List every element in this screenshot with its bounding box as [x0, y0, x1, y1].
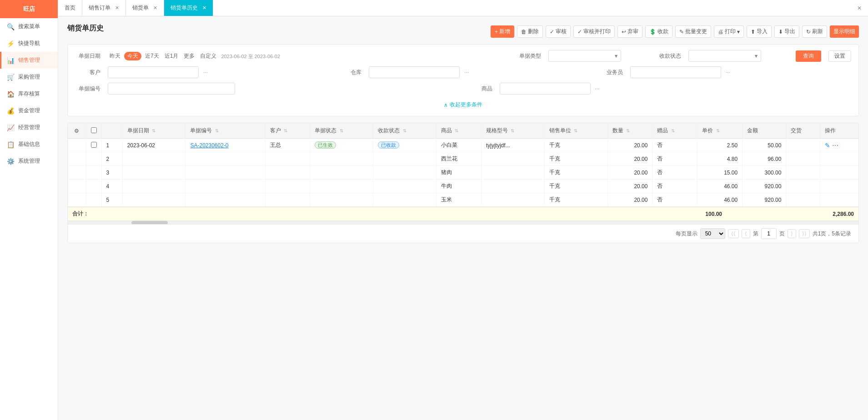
add-button[interactable]: + 新增 [491, 25, 514, 38]
select-all-checkbox[interactable] [91, 127, 97, 133]
collect-button[interactable]: 💲 收款 [645, 25, 672, 38]
col-doc-date: 单据日期 ⇅ [122, 123, 186, 139]
tab-sales-delivery-close[interactable]: ✕ [153, 5, 157, 11]
pay-status-badge: 已收款 [378, 141, 399, 149]
settings-button[interactable]: 设置 [828, 50, 851, 62]
sidebar-item-inventory[interactable]: 🏠 库存核算 [0, 85, 58, 102]
row-price-0: 2.50 [697, 139, 743, 152]
sort-pay-status-icon[interactable]: ⇅ [403, 128, 406, 133]
audit-button[interactable]: ✓ 审核 [546, 25, 571, 38]
doc-no-input[interactable] [108, 83, 235, 95]
audit-print-icon: ✓ [577, 29, 582, 35]
sort-qty-icon[interactable]: ⇅ [626, 128, 630, 133]
shortcut-more[interactable]: 更多 [182, 52, 196, 60]
sort-spec-icon[interactable]: ⇅ [511, 128, 514, 133]
collapse-more[interactable]: ∧ 收起更多条件 [75, 99, 851, 110]
chevron-up-icon: ∧ [444, 102, 448, 108]
doc-no-link[interactable]: SA-20230602-0 [190, 142, 228, 149]
batch-change-button[interactable]: ✎ 批量变更 [675, 25, 711, 38]
row-action-1 [820, 152, 858, 166]
tab-home[interactable]: 首页 [58, 0, 82, 16]
row-checkbox-1 [86, 152, 101, 166]
next-page-button[interactable]: ⟩ [788, 229, 796, 238]
import-button[interactable]: ⬆ 导入 [747, 25, 772, 38]
abandon-button[interactable]: ↩ 弃审 [617, 25, 642, 38]
filter-row-2: 客户 ··· 仓库 ··· 业务员 ··· [75, 66, 851, 78]
print-button[interactable]: 🖨 打印 ▾ [714, 25, 744, 38]
audit-print-button[interactable]: ✓ 审核并打印 [573, 25, 615, 38]
row-index-3: 4 [101, 180, 122, 193]
shortcut-1month[interactable]: 近1月 [163, 52, 181, 60]
customer-dots[interactable]: ··· [201, 69, 210, 75]
edit-icon[interactable]: ✎ [825, 142, 830, 149]
page-number-input[interactable] [761, 228, 777, 239]
sort-customer-icon[interactable]: ⇅ [284, 128, 287, 133]
tab-sales-delivery-label: 销货单 [132, 4, 149, 12]
gear-icon[interactable]: ⚙ [74, 128, 79, 134]
shortcut-yesterday[interactable]: 昨天 [108, 52, 122, 60]
product-input[interactable] [500, 83, 591, 95]
customer-input[interactable] [108, 66, 199, 78]
finance-icon: 💰 [7, 107, 15, 115]
sidebar-item-quick-nav[interactable]: ⚡ 快捷导航 [0, 35, 58, 52]
total-info: 共1页，5条记录 [813, 230, 851, 238]
shortcut-custom[interactable]: 自定义 [198, 52, 218, 60]
sidebar-item-purchase-mgmt[interactable]: 🛒 采购管理 [0, 69, 58, 85]
prev-page-button[interactable]: ⟨ [742, 229, 750, 238]
tab-sales-history[interactable]: 销货单历史 ✕ [164, 0, 213, 16]
data-table: ⚙ 单据日期 ⇅ 单据编号 ⇅ [68, 123, 858, 207]
sort-doc-date-icon[interactable]: ⇅ [152, 128, 156, 133]
row-checkbox-0 [86, 139, 101, 152]
delete-button[interactable]: 🗑 删除 [517, 25, 543, 38]
sort-doc-status-icon[interactable]: ⇅ [340, 128, 343, 133]
sidebar-item-business[interactable]: 📈 经营管理 [0, 119, 58, 136]
row-select-checkbox[interactable] [91, 142, 97, 148]
salesperson-dots[interactable]: ··· [724, 69, 732, 75]
tab-sales-history-close[interactable]: ✕ [202, 5, 206, 11]
row-checkbox-3 [86, 180, 101, 193]
export-button[interactable]: ⬇ 导出 [774, 25, 799, 38]
sys-mgmt-icon: ⚙️ [7, 158, 15, 165]
abandon-icon: ↩ [622, 29, 626, 35]
first-page-button[interactable]: ⟨⟨ [728, 229, 739, 238]
sidebar-item-search-menu[interactable]: 🔍 搜索菜单 [0, 18, 58, 35]
sort-gift-icon[interactable]: ⇅ [671, 128, 675, 133]
sidebar-item-label: 销售管理 [18, 56, 40, 64]
payment-status-input[interactable] [688, 50, 761, 62]
plus-icon: + [495, 29, 498, 35]
query-button[interactable]: 查询 [796, 50, 821, 62]
table-row: 3 猪肉 千克 20.00 否 15.00 300.00 [68, 166, 858, 180]
shortcut-today[interactable]: 今天 [124, 52, 141, 60]
sort-unit-icon[interactable]: ⇅ [574, 128, 577, 133]
row-gift-3: 否 [652, 180, 697, 193]
refresh-button[interactable]: ↻ 刷新 [802, 25, 827, 38]
print-icon: 🖨 [718, 29, 723, 35]
tabbar-close-all[interactable]: ✕ [851, 5, 868, 11]
col-doc-status: 单据状态 ⇅ [310, 123, 373, 139]
sort-doc-no-icon[interactable]: ⇅ [215, 128, 219, 133]
col-pay-status: 收款状态 ⇅ [373, 123, 437, 139]
tab-sales-delivery[interactable]: 销货单 ✕ [126, 0, 164, 16]
product-dots[interactable]: ··· [593, 85, 602, 92]
show-detail-button[interactable]: 显示明细 [830, 25, 859, 38]
last-page-button[interactable]: ⟩⟩ [799, 229, 810, 238]
shortcut-7days[interactable]: 近7天 [143, 52, 161, 60]
doc-type-input[interactable] [548, 50, 621, 62]
row-doc-date-3 [122, 180, 186, 193]
tab-sales-order[interactable]: 销售订单 ✕ [82, 0, 126, 16]
row-transaction-2 [786, 166, 820, 180]
sidebar-item-sys-mgmt[interactable]: ⚙️ 系统管理 [0, 153, 58, 170]
sidebar-item-base-info[interactable]: 📋 基础信息 [0, 136, 58, 153]
salesperson-input[interactable] [630, 66, 721, 78]
warehouse-input[interactable] [369, 66, 460, 78]
sort-product-icon[interactable]: ⇅ [455, 128, 458, 133]
horizontal-scrollbar[interactable] [68, 220, 858, 224]
sidebar-item-finance[interactable]: 💰 资金管理 [0, 102, 58, 119]
per-page-select[interactable]: 50 10 20 100 [700, 228, 725, 239]
row-doc-no-4 [186, 193, 265, 207]
sidebar-item-sales-mgmt[interactable]: 📊 销售管理 [0, 52, 58, 69]
more-icon[interactable]: ⋯ [832, 142, 838, 149]
tab-sales-order-close[interactable]: ✕ [115, 5, 119, 11]
warehouse-dots[interactable]: ··· [462, 69, 471, 75]
sort-price-icon[interactable]: ⇅ [716, 128, 720, 133]
